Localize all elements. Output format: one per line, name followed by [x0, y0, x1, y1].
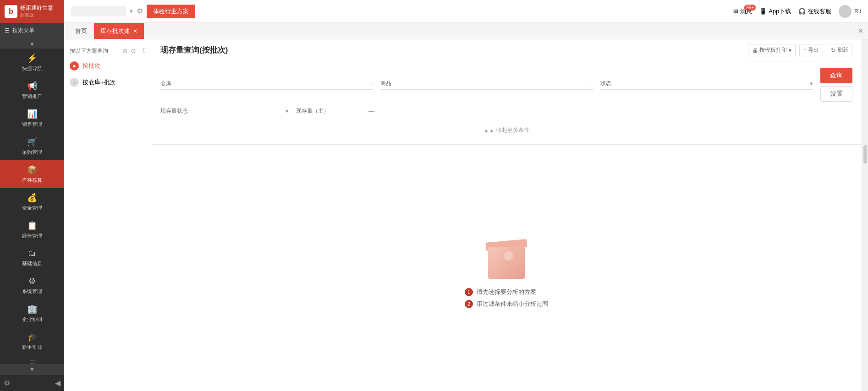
tab-batch-stock-label: 库存批次账	[100, 27, 130, 35]
close-panel-icon[interactable]: ✕	[857, 27, 863, 35]
messages-btn[interactable]: ✉ 消息 99+	[733, 7, 752, 16]
username-label: Rit	[854, 8, 861, 15]
sidebar-item-app-center[interactable]: 📱 应用中心	[0, 355, 64, 364]
product-input[interactable]	[408, 81, 588, 87]
quick-nav-icon: ⚡	[27, 53, 37, 63]
sidebar-item-operations[interactable]: 📋 经营管理	[0, 216, 64, 244]
work-area: 现存量查询(按批次) 🖨 按模板打印 ▾ ↑ 导出 ↻ 刷新	[151, 39, 862, 391]
stock-main-to-input[interactable]	[377, 108, 414, 114]
sidebar-item-enterprise[interactable]: 🏢 企业协同	[0, 299, 64, 327]
stock-main-from-input[interactable]	[329, 108, 366, 114]
sidebar-item-label-quick-nav: 快捷导航	[22, 65, 42, 72]
enterprise-icon: 🏢	[27, 304, 37, 314]
collapse-panel-icon[interactable]: 《	[139, 47, 145, 55]
add-scheme-icon[interactable]: ⊕	[122, 47, 128, 54]
refresh-btn[interactable]: ↻ 刷新	[827, 44, 852, 56]
app-download-label: App下载	[769, 7, 791, 16]
side-scrollbar[interactable]	[862, 39, 868, 391]
query-button[interactable]: 查询	[820, 68, 852, 83]
refresh-icon: ↻	[831, 47, 835, 54]
empty-tip-1: 1 请先选择要分析的方案	[465, 288, 548, 296]
empty-box-shine	[504, 251, 513, 261]
scheme-item-warehouse-batch[interactable]: ○ 按仓库+批次	[64, 74, 151, 91]
sidebar-item-quick-nav[interactable]: ⚡ 快捷导航	[0, 49, 64, 76]
app-logo: b	[5, 5, 17, 18]
nav-scroll-up[interactable]: ▲	[0, 38, 64, 49]
page-title: 现存量查询(按批次)	[160, 45, 228, 55]
stock-main-filter: 现存量（主） —	[296, 107, 434, 117]
guide-icon: 🎓	[27, 332, 37, 342]
collapse-sidebar-icon[interactable]: ◀	[55, 379, 60, 387]
scheme-settings-icon[interactable]: ⊙	[131, 47, 136, 54]
empty-state: 1 请先选择要分析的方案 2 用过滤条件来缩小分析范围	[151, 145, 862, 391]
stock-status-filter[interactable]: 现存量状态 ▾	[160, 107, 289, 117]
product-more-icon[interactable]: ···	[588, 81, 593, 87]
empty-illustration	[479, 224, 534, 279]
trial-btn[interactable]: 体验行业方案	[147, 5, 195, 18]
stock-main-dash: —	[368, 108, 374, 114]
product-filter: 商品 ···	[380, 80, 593, 90]
sidebar-item-purchase[interactable]: 🛒 采购管理	[0, 132, 64, 160]
search-menu-item[interactable]: ☰ 搜索菜单	[0, 23, 64, 38]
main-content: ▾ ⚙ 体验行业方案 ✉ 消息 99+ 📱 App下载 🎧 在线客服 Rit	[64, 0, 868, 391]
sidebar-nav: ⚡ 快捷导航 📢 营销推广 📊 销售管理 🛒 采购管理 📦 库存核算 💰 资金管…	[0, 49, 64, 364]
warehouse-more-icon[interactable]: ···	[368, 81, 373, 87]
warehouse-input[interactable]	[188, 81, 368, 87]
scheme-batch-label: 按批次	[82, 62, 100, 70]
filter-area: 仓库 ··· 商品 ··· 状态 ▾ 查询	[151, 61, 862, 145]
print-btn[interactable]: 🖨 按模板打印 ▾	[748, 44, 796, 56]
tab-batch-stock[interactable]: 库存批次账 ✕	[94, 23, 144, 39]
sidebar-item-label-finance: 资金管理	[22, 205, 42, 212]
topbar-left: ▾ ⚙ 体验行业方案	[71, 5, 729, 18]
marketing-icon: 📢	[27, 81, 37, 91]
empty-tip-2: 2 用过滤条件来缩小分析范围	[465, 300, 548, 308]
sidebar-item-sales[interactable]: 📊 销售管理	[0, 104, 64, 132]
online-service-btn[interactable]: 🎧 在线客服	[798, 7, 831, 16]
scheme-warehouse-batch-icon: ○	[70, 78, 79, 87]
sidebar-item-finance[interactable]: 💰 资金管理	[0, 188, 64, 216]
sidebar-item-system[interactable]: ⚙ 系统管理	[0, 272, 64, 299]
topbar-gear-icon[interactable]: ⚙	[137, 7, 143, 16]
stock-status-chevron-icon: ▾	[286, 108, 289, 114]
export-btn[interactable]: ↑ 导出	[799, 44, 823, 56]
online-service-label: 在线客服	[808, 7, 831, 16]
sidebar-item-label-system: 系统管理	[22, 288, 42, 295]
sidebar-item-marketing[interactable]: 📢 营销推广	[0, 76, 64, 104]
inventory-icon: 📦	[27, 165, 37, 175]
sidebar-footer: ⚙ ◀	[0, 375, 64, 391]
query-panel-actions: ⊕ ⊙ 《	[122, 47, 145, 55]
tabbar: 首页 库存批次账 ✕ ✕	[64, 23, 868, 39]
basic-info-icon: 🗂	[28, 249, 36, 258]
tab-batch-stock-close[interactable]: ✕	[133, 28, 137, 34]
set-button[interactable]: 设置	[820, 86, 852, 102]
topbar-search-input[interactable]	[71, 6, 126, 16]
stock-main-label: 现存量（主）	[296, 107, 329, 115]
sidebar-item-label-enterprise: 企业协同	[22, 316, 42, 323]
tab-home[interactable]: 首页	[69, 23, 94, 39]
sidebar-item-label-purchase: 采购管理	[22, 149, 42, 156]
scroll-thumb	[863, 145, 867, 163]
sidebar-item-inventory[interactable]: 📦 库存核算	[0, 160, 64, 188]
messages-badge: 99+	[744, 5, 756, 11]
user-profile-btn[interactable]: Rit	[839, 5, 861, 18]
warehouse-label: 仓库	[160, 80, 188, 87]
finance-icon: 💰	[27, 193, 37, 203]
status-filter[interactable]: 状态 ▾	[600, 80, 813, 90]
app-download-btn[interactable]: 📱 App下载	[759, 7, 791, 16]
status-chevron-icon: ▾	[810, 80, 813, 87]
sidebar-item-basic-info[interactable]: 🗂 基础信息	[0, 244, 64, 272]
sidebar-item-label-operations: 经营管理	[22, 233, 42, 239]
stock-status-label: 现存量状态	[160, 107, 188, 115]
sidebar-header: b 畅康通好生意 标准版	[0, 0, 64, 23]
settings-footer-icon[interactable]: ⚙	[4, 379, 10, 387]
filter-row-2: 现存量状态 ▾ 现存量（主） —	[160, 107, 852, 117]
avatar	[839, 5, 852, 18]
sidebar: b 畅康通好生意 标准版 ☰ 搜索菜单 ▲ ⚡ 快捷导航 📢 营销推广 📊 销售…	[0, 0, 64, 391]
collapse-more-btn[interactable]: ▲▲ 收起更多条件	[160, 123, 852, 138]
headset-icon: 🎧	[798, 8, 806, 15]
nav-scroll-down[interactable]: ▼	[0, 364, 64, 375]
topbar-chevron-icon[interactable]: ▾	[130, 8, 133, 15]
sidebar-item-guide[interactable]: 🎓 新手引导	[0, 327, 64, 355]
scheme-item-batch[interactable]: ● 按批次	[64, 58, 151, 74]
phone-icon: 📱	[759, 8, 767, 15]
